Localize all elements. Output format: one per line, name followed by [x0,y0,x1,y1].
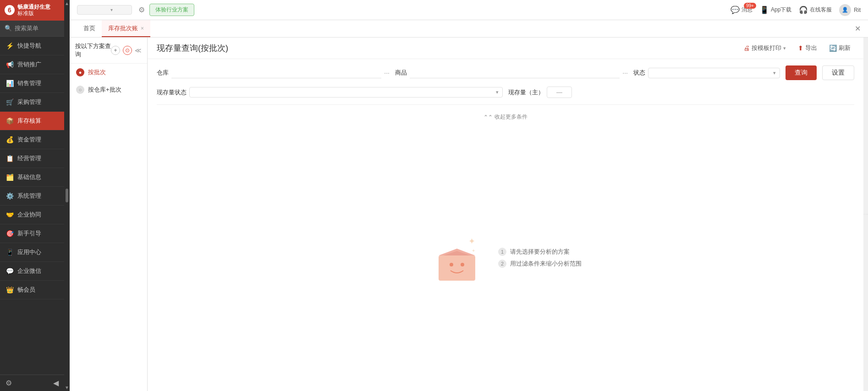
tab-close-icon[interactable]: × [141,26,144,31]
app-version: 标准版 [17,10,50,16]
sidebar-item-app-center[interactable]: 📱 应用中心 [0,243,64,262]
sidebar-item-enterprise[interactable]: 🤝 企业协同 [0,206,64,224]
sidebar-item-basic[interactable]: 🗂️ 基础信息 [0,168,64,187]
inventory-quantity-input[interactable]: — [547,87,572,98]
sidebar-item-inventory[interactable]: 📦 库存核算 [0,112,64,130]
left-panel-actions: + ⊙ ≪ [111,46,142,55]
settings-button[interactable]: 设置 [822,65,854,80]
topbar-search-area[interactable]: ▾ [77,5,132,15]
sidebar-item-label: 营销推广 [17,60,41,69]
filter-row-1: 仓库 ··· 商品 ··· 状态 ▾ [157,65,854,80]
sidebar-item-wechat[interactable]: 💬 企业微信 [0,262,64,281]
status-filter-group: 状态 ▾ [633,68,780,78]
collapse-filters-button[interactable]: ⌃⌃ 收起更多条件 [157,109,854,125]
company-name: 畅康通好生意 [17,4,50,10]
add-plan-button[interactable]: + [111,46,120,55]
trial-button[interactable]: 体验行业方案 [149,4,194,16]
svg-point-3 [450,263,453,266]
scroll-down-arrow[interactable]: ▼ [65,385,69,390]
sidebar-item-label: 快捷导航 [17,42,41,50]
plan-item-by-warehouse-batch[interactable]: ○ 按仓库+批次 [70,81,147,98]
collapse-left-icon[interactable]: ≪ [135,47,142,54]
status-select[interactable]: ▾ [648,68,780,78]
print-button[interactable]: 🖨 按模板打印 ▾ [740,42,790,54]
query-button[interactable]: 查询 [786,65,817,80]
inventory-status-group: 现存量状态 ▾ [157,87,503,98]
tab-inventory-batch[interactable]: 库存批次账 × [102,20,150,37]
app-title: 畅康通好生意 标准版 [17,4,50,17]
collapse-sidebar-icon[interactable]: ◀ [53,379,59,387]
product-label: 商品 [395,69,407,77]
main-area: ▾ ⚙ 体验行业方案 💬 消息 99+ 📱 App下载 🎧 在线客服 👤 Rit [70,0,868,391]
sidebar-item-label: 畅会员 [17,286,35,294]
sidebar-item-member[interactable]: 👑 畅会员 [0,281,64,299]
empty-state: ✦ ✦ 1 请先选择要分析的方案 2 用过滤条件来缩小分析范围 [148,125,863,391]
plan-item-by-batch[interactable]: ● 按批次 [70,64,147,81]
filter-divider [157,104,854,105]
sidebar-item-newbie[interactable]: 🎯 新手引导 [0,224,64,243]
marketing-icon: 📢 [5,60,14,69]
sidebar-header: 6 畅康通好生意 标准版 [0,0,64,21]
sidebar-item-purchase[interactable]: 🛒 采购管理 [0,93,64,112]
sidebar-item-label: 基础信息 [17,173,41,181]
online-support-button[interactable]: 🎧 在线客服 [799,5,832,14]
sidebar-scrollbar[interactable]: ▲ ▼ [64,0,70,391]
inventory-status-select[interactable]: ▾ [189,87,503,98]
hint-text-2: 用过滤条件来缩小分析范围 [510,260,582,268]
sidebar-item-marketing[interactable]: 📢 营销推广 [0,55,64,74]
sidebar-item-label: 企业协同 [17,211,41,219]
basic-icon: 🗂️ [5,173,14,181]
wechat-icon: 💬 [5,267,14,275]
product-more-icon[interactable]: ··· [622,69,628,76]
config-plan-button[interactable]: ⊙ [123,46,132,55]
page-header: 现存量查询(按批次) 🖨 按模板打印 ▾ ⬆ 导出 🔄 刷新 [148,38,863,59]
messages-button[interactable]: 💬 消息 99+ [731,5,753,14]
scroll-thumb[interactable] [66,189,68,202]
business-icon: 📋 [5,154,14,163]
printer-icon: 🖨 [743,44,750,52]
scroll-up-arrow[interactable]: ▲ [65,1,69,6]
filter-area: 仓库 ··· 商品 ··· 状态 ▾ [148,59,863,125]
product-input[interactable] [410,67,620,78]
online-support-label: 在线客服 [810,6,832,14]
print-chevron-icon: ▾ [783,45,786,51]
collapse-up-icon: ⌃⌃ [483,114,493,120]
tab-home[interactable]: 首页 [77,20,102,37]
user-menu[interactable]: 👤 Rit [839,4,861,16]
hint-number-2: 2 [498,260,506,268]
inventory-quantity-group: 现存量（主） — [508,87,854,98]
sidebar-footer: ⚙ ◀ [0,375,64,391]
sidebar-item-quick-nav[interactable]: ⚡ 快捷导航 [0,37,64,55]
warehouse-batch-icon: ○ [76,86,84,94]
messages-badge: 99+ [744,3,756,9]
export-button[interactable]: ⬆ 导出 [794,42,821,54]
plan-item-label: 按批次 [88,68,106,76]
topbar-gear-icon[interactable]: ⚙ [138,5,145,14]
sidebar-item-label: 资金管理 [17,136,41,144]
sidebar-item-business[interactable]: 📋 经营管理 [0,149,64,168]
settings-footer-icon[interactable]: ⚙ [5,379,12,387]
empty-hints: 1 请先选择要分析的方案 2 用过滤条件来缩小分析范围 [498,248,582,268]
sidebar-item-finance[interactable]: 💰 资金管理 [0,130,64,149]
content-area: 按以下方案查询 + ⊙ ≪ ● 按批次 ○ 按仓库+批次 现存量查询(按批次) [70,38,868,391]
warehouse-more-icon[interactable]: ··· [384,69,390,76]
svg-text:✦: ✦ [468,237,475,246]
sidebar-item-label: 采购管理 [17,98,41,106]
sidebar-item-label: 经营管理 [17,154,41,163]
inventory-status-chevron-icon: ▾ [496,89,499,95]
plan-item-label: 按仓库+批次 [88,86,121,94]
filter-row-2: 现存量状态 ▾ 现存量（主） — [157,87,854,98]
panel-close-button[interactable]: ✕ [855,24,861,33]
sidebar-item-sales[interactable]: 📊 销售管理 [0,74,64,93]
empty-hint-2: 2 用过滤条件来缩小分析范围 [498,260,582,268]
refresh-label: 刷新 [839,44,851,52]
sales-icon: 📊 [5,79,14,87]
product-filter-group: 商品 ··· [395,67,628,78]
sidebar-search[interactable]: 🔍 搜索菜单 [0,21,64,37]
sidebar-item-system[interactable]: ⚙️ 系统管理 [0,187,64,206]
refresh-button[interactable]: 🔄 刷新 [825,42,854,54]
warehouse-input[interactable] [171,67,381,78]
left-panel: 按以下方案查询 + ⊙ ≪ ● 按批次 ○ 按仓库+批次 [70,38,148,391]
app-download-button[interactable]: 📱 App下载 [760,5,791,14]
right-edge-handle[interactable]: ⋮ [863,38,868,391]
